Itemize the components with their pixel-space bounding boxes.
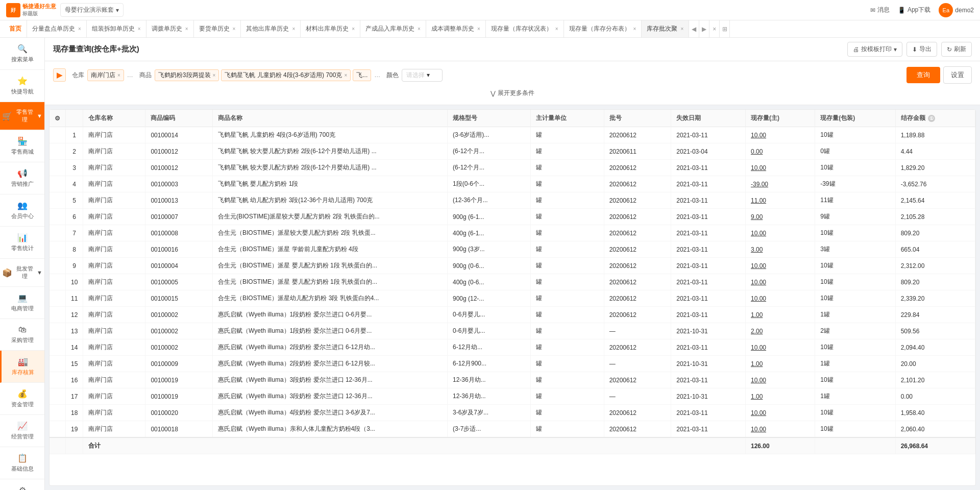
- row-batch: 20200612: [604, 405, 671, 421]
- sidebar-item-retail-stats[interactable]: 📊 零售统计: [0, 227, 44, 259]
- row-stock-main[interactable]: 11.00: [745, 192, 815, 209]
- tab-next-btn[interactable]: ▶: [699, 20, 709, 38]
- row-unit: 罐: [531, 323, 604, 339]
- row-stock-main[interactable]: 10.00: [745, 372, 815, 388]
- row-stock-main[interactable]: 9.00: [745, 209, 815, 225]
- row-stock-main[interactable]: 2.00: [745, 323, 815, 339]
- sidebar-item-inventory[interactable]: 🏭 库存核算: [0, 351, 44, 383]
- export-button[interactable]: ⬇ 导出: [906, 42, 937, 57]
- row-stock-main[interactable]: 0.00: [745, 143, 815, 160]
- sidebar-item-retail-mgmt[interactable]: 🛒 零售管理 ▼: [0, 102, 44, 130]
- tab-close-yao-huo[interactable]: ×: [233, 26, 236, 32]
- member-icon: 👥: [17, 201, 28, 210]
- tab-close-ku-cun[interactable]: ×: [680, 26, 683, 32]
- app-download-button[interactable]: 📱 App下载: [898, 6, 930, 14]
- tab-more-btn[interactable]: ⊞: [720, 20, 730, 38]
- row-num-cell: 14: [66, 339, 83, 356]
- sidebar-item-search[interactable]: 🔍 搜索菜单: [0, 38, 44, 70]
- expand-more-button[interactable]: ⋁ 展开更多条件: [53, 87, 972, 100]
- tab-close-cai-liao[interactable]: ×: [352, 26, 355, 32]
- workspace-selector[interactable]: 母婴行业演示账套 ▾: [60, 3, 124, 17]
- tab-close-cheng-ben[interactable]: ×: [477, 26, 480, 32]
- balance-info-icon[interactable]: ①: [928, 115, 935, 122]
- color-dropdown[interactable]: 请选择 ▾: [402, 69, 443, 82]
- sidebar-item-purchase[interactable]: 🛍 采购管理: [0, 319, 44, 351]
- row-stock-main[interactable]: 1.00: [745, 356, 815, 372]
- sidebar-item-shortcut[interactable]: ⭐ 快捷导航: [0, 70, 44, 102]
- tab-cheng-ben[interactable]: 成本调整单历史 ×: [426, 20, 486, 38]
- workspace-label: 母婴行业演示账套: [65, 6, 114, 14]
- row-warehouse: 南岸门店: [83, 209, 145, 225]
- product-filter-more[interactable]: …: [374, 71, 380, 79]
- sidebar-item-operations[interactable]: 📈 经营管理: [0, 415, 44, 447]
- row-stock-main[interactable]: 1.00: [745, 307, 815, 323]
- tab-qi-ta[interactable]: 其他出库单历史 ×: [241, 20, 301, 38]
- row-spec: 400g (0-6...: [447, 274, 530, 290]
- row-stock-pack: 9罐: [815, 209, 895, 225]
- sidebar-item-retail-mall[interactable]: 🏪 零售商城: [0, 130, 44, 162]
- row-spec: 1段(0-6个...: [447, 176, 530, 192]
- tab-close-fen-pan[interactable]: ×: [78, 26, 81, 32]
- sidebar-item-member[interactable]: 👥 会员中心: [0, 194, 44, 227]
- product-filter: 商品 飞鹤奶粉3段两提装 × 飞鹤星飞帆 儿童奶粉 4段(3-6岁适用) 700…: [139, 69, 380, 81]
- query-button[interactable]: 查询: [906, 67, 940, 83]
- row-stock-main[interactable]: 10.00: [745, 274, 815, 290]
- warehouse-filter-more[interactable]: …: [127, 71, 133, 79]
- tab-close-xian-cun1[interactable]: ×: [555, 26, 558, 32]
- row-stock-main[interactable]: 10.00: [745, 290, 815, 307]
- product-tag-2-close[interactable]: ×: [344, 72, 347, 78]
- row-batch: 20200612: [604, 258, 671, 274]
- message-button[interactable]: ✉ 消息: [870, 6, 890, 14]
- tab-close-tiao-bo[interactable]: ×: [185, 26, 188, 32]
- sidebar-item-ecommerce[interactable]: 💻 电商管理: [0, 287, 44, 319]
- user-area[interactable]: Ea demo2: [939, 3, 974, 17]
- row-stock-main[interactable]: 10.00: [745, 225, 815, 241]
- product-tag-1-close[interactable]: ×: [213, 72, 216, 78]
- row-stock-main[interactable]: 10.00: [745, 405, 815, 421]
- row-expire: 2021-03-11: [671, 274, 746, 290]
- refresh-button[interactable]: ↻ 刷新: [941, 42, 972, 57]
- row-stock-main[interactable]: -39.00: [745, 176, 815, 192]
- row-expire: 2021-03-11: [671, 421, 746, 438]
- row-stock-main[interactable]: 3.00: [745, 241, 815, 258]
- row-stock-main[interactable]: 1.00: [745, 388, 815, 405]
- tab-chan-pin[interactable]: 产成品入库单历史 ×: [360, 20, 426, 38]
- tab-close-qi-ta[interactable]: ×: [292, 26, 295, 32]
- row-stock-main[interactable]: 10.00: [745, 127, 815, 143]
- row-stock-main[interactable]: 10.00: [745, 160, 815, 176]
- sidebar-item-marketing[interactable]: 📢 营销推广: [0, 162, 44, 194]
- sidebar-item-wholesale[interactable]: 📦 批发管理 ▼: [0, 259, 44, 287]
- template-print-button[interactable]: 🖨 按模板打印 ▾: [847, 42, 902, 57]
- tab-ku-cun-pi-ci[interactable]: 库存批次聚 ×: [642, 20, 689, 38]
- settings-gear-icon[interactable]: ⚙: [55, 115, 60, 122]
- tab-close-all-btn[interactable]: ×: [709, 20, 720, 38]
- row-num-cell: 2: [66, 143, 83, 160]
- tab-zu-chai[interactable]: 组装拆卸单历史 ×: [87, 20, 146, 38]
- tab-fen-pan[interactable]: 分量盘点单历史 ×: [27, 20, 87, 38]
- tab-close-xian-cun2[interactable]: ×: [633, 26, 636, 32]
- row-stock-main[interactable]: 10.00: [745, 339, 815, 356]
- warehouse-tag-close[interactable]: ×: [117, 72, 120, 78]
- tab-xian-cun2[interactable]: 现存量（库存分布表） ×: [564, 20, 642, 38]
- row-stock-main[interactable]: 10.00: [745, 421, 815, 438]
- refresh-icon: ↻: [947, 46, 952, 53]
- table-row: 13 南岸门店 00100002 惠氏启赋（Wyeth illuma）1段奶粉 …: [50, 323, 975, 339]
- row-stock-main[interactable]: 10.00: [745, 258, 815, 274]
- settings-button[interactable]: 设置: [943, 66, 972, 84]
- row-stock-pack: 10罐: [815, 258, 895, 274]
- sidebar-label-purchase: 采购管理: [11, 336, 34, 344]
- tab-yao-huo[interactable]: 要货单历史 ×: [194, 20, 241, 38]
- sidebar-item-finance[interactable]: 💰 资金管理: [0, 383, 44, 415]
- sidebar-item-sys-mgmt[interactable]: ⚙ 系统管理: [0, 479, 44, 490]
- tab-xian-cun1[interactable]: 现存量（库存状况表） ×: [486, 20, 564, 38]
- tab-prev-btn[interactable]: ◀: [689, 20, 699, 38]
- tab-tiao-bo[interactable]: 调拨单历史 ×: [146, 20, 194, 38]
- row-stock-pack: 1罐: [815, 388, 895, 405]
- tab-close-zu-chai[interactable]: ×: [138, 26, 141, 32]
- sidebar-item-base-info[interactable]: 📋 基础信息: [0, 447, 44, 479]
- filter-expand-arrow[interactable]: ▶: [53, 68, 66, 82]
- tab-home[interactable]: 首页: [4, 20, 27, 38]
- col-settings[interactable]: ⚙: [50, 110, 66, 127]
- tab-close-chan-pin[interactable]: ×: [418, 26, 421, 32]
- tab-cai-liao[interactable]: 材料出库单历史 ×: [301, 20, 360, 38]
